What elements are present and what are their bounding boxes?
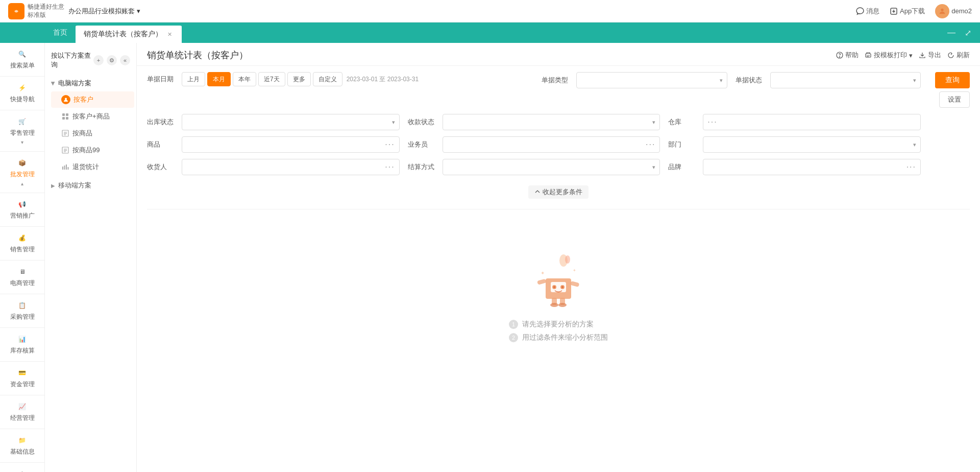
sales-icon: 💰	[17, 233, 28, 243]
scheme-item-return-stats[interactable]: 退货统计	[51, 159, 134, 175]
sidebar: 🔍 搜索菜单 ⚡ 快捷导航 🛒 零售管理 ▾ 📦 批发管理 ▴ 📢 营销推广 💰…	[0, 43, 45, 472]
svg-rect-17	[64, 166, 65, 170]
minimize-button[interactable]: —	[945, 27, 958, 39]
goods-select[interactable]: ···	[182, 136, 400, 153]
sidebar-item-inventory[interactable]: 📊 库存核算	[0, 328, 44, 362]
warehouse-select[interactable]: ···	[703, 114, 921, 130]
scheme-item-by-customer[interactable]: 按客户	[51, 91, 134, 108]
sidebar-item-finance[interactable]: 💳 资金管理	[0, 362, 44, 395]
order-type-arrow: ▾	[720, 77, 723, 84]
brand-select[interactable]: ···	[703, 159, 921, 175]
sidebar-item-retail[interactable]: 🛒 零售管理 ▾	[0, 110, 44, 152]
svg-rect-31	[537, 279, 546, 285]
svg-rect-19	[68, 167, 69, 170]
date-preset-last-month[interactable]: 上月	[182, 72, 205, 86]
date-preset-last7days[interactable]: 近7天	[258, 72, 285, 86]
print-template-button[interactable]: 按模板打印 ▾	[865, 51, 913, 60]
query-button[interactable]: 查询	[935, 72, 970, 88]
desktop-group-arrow: ▶	[51, 81, 56, 85]
svg-rect-18	[66, 164, 67, 170]
date-preset-custom[interactable]: 自定义	[313, 72, 342, 86]
tab-sales-stat[interactable]: 销货单统计表（按客户） ✕	[76, 25, 182, 43]
date-preset-this-year[interactable]: 本年	[233, 72, 256, 86]
wholesale-arrow: ▴	[21, 181, 23, 186]
sidebar-item-quicknav[interactable]: ⚡ 快捷导航	[0, 77, 44, 110]
help-button[interactable]: 帮助	[836, 51, 859, 60]
tab-home[interactable]: 首页	[45, 22, 76, 43]
main-content: 销货单统计表（按客户） 帮助	[137, 43, 980, 472]
svg-rect-5	[66, 113, 68, 116]
scheme-item-by-goods99[interactable]: 按商品99	[51, 142, 134, 158]
out-status-select[interactable]: ▾	[182, 114, 400, 130]
out-status-arrow: ▾	[392, 119, 395, 126]
return-stats-icon	[61, 163, 69, 171]
department-filter: 部门 ▾	[668, 136, 921, 153]
filter-row-2: 出库状态 ▾ 收款状态 ▾ 仓库	[147, 114, 970, 130]
filter-row-4: 收货人 ··· 结算方式 ▾ 品牌	[147, 159, 970, 175]
sidebar-item-basic[interactable]: 📁 基础信息	[0, 429, 44, 463]
collapse-more-area: 收起更多条件	[147, 181, 970, 203]
filter-area: 单据日期 上月 本月 本年 近7天 更多 自定义 2023-03-01 至 20…	[137, 66, 980, 209]
main-layout: 🔍 搜索菜单 ⚡ 快捷导航 🛒 零售管理 ▾ 📦 批发管理 ▴ 📢 营销推广 💰…	[0, 43, 980, 472]
sidebar-item-marketing[interactable]: 📢 营销推广	[0, 193, 44, 227]
collapse-sidebar-button[interactable]: «	[120, 55, 130, 65]
out-status-filter: 出库状态 ▾	[147, 114, 400, 130]
salesperson-select[interactable]: ···	[443, 136, 660, 153]
breadcrumb-select[interactable]: 办公用品行业模拟账套 ▾	[68, 7, 140, 16]
quicknav-icon: ⚡	[17, 83, 28, 93]
sidebar-item-purchase[interactable]: 📋 采购管理	[0, 294, 44, 328]
receipt-status-filter: 收款状态 ▾	[408, 114, 660, 130]
sidebar-item-ecommerce[interactable]: 🖥 电商管理	[0, 261, 44, 294]
sub-sidebar-header: 按以下方案查询 + ⚙ «	[45, 47, 136, 74]
date-presets: 上月 本月 本年 近7天 更多 自定义	[182, 72, 342, 86]
department-arrow: ▾	[913, 141, 916, 148]
messages-button[interactable]: 消息	[856, 7, 879, 16]
sidebar-item-sales[interactable]: 💰 销售管理	[0, 227, 44, 261]
collapse-more-button[interactable]: 收起更多条件	[528, 185, 589, 199]
svg-text:✦: ✦	[541, 270, 545, 276]
maximize-button[interactable]: ⤢	[962, 27, 974, 39]
settlement-select[interactable]: ▾	[443, 159, 660, 175]
order-status-select[interactable]: ▾	[770, 72, 921, 88]
receipt-status-select[interactable]: ▾	[443, 114, 660, 130]
export-button[interactable]: 导出	[919, 51, 941, 60]
desktop-group-header[interactable]: ▶ 电脑端方案	[45, 76, 136, 91]
settings-scheme-button[interactable]: ⚙	[107, 55, 117, 65]
svg-point-2	[941, 8, 944, 11]
user-menu[interactable]: demo2	[935, 4, 972, 18]
retail-arrow: ▾	[21, 139, 23, 145]
empty-state: ✦ ✦ 1 请先选择要分析的方案 2 用过滤条件来缩小分析范围	[137, 209, 980, 383]
add-scheme-button[interactable]: +	[93, 55, 104, 65]
order-type-filter: 单据类型 ▾	[542, 72, 727, 88]
page-container: 销货单统计表（按客户） 帮助	[137, 43, 980, 472]
date-preset-more[interactable]: 更多	[287, 72, 311, 86]
order-type-select[interactable]: ▾	[576, 72, 727, 88]
scheme-item-by-goods[interactable]: 按商品	[51, 125, 134, 141]
settings-button[interactable]: 设置	[939, 91, 970, 108]
tab-bar-right: — ⤢	[945, 27, 980, 39]
sidebar-item-business[interactable]: 📈 经营管理	[0, 395, 44, 429]
by-goods-icon	[61, 129, 69, 137]
title-actions: 帮助 按模板打印 ▾	[836, 51, 970, 60]
date-range-text: 2023-03-01 至 2023-03-31	[347, 75, 419, 84]
header-left: 畅捷通好生意 标准版 办公用品行业模拟账套 ▾	[8, 3, 140, 19]
page-title: 销货单统计表（按客户）	[147, 49, 248, 61]
brand-filter: 品牌 ···	[668, 159, 921, 175]
svg-point-29	[553, 286, 555, 288]
desktop-scheme-items: 按客户 按客户+商品	[45, 91, 136, 175]
date-filter-group: 单据日期 上月 本月 本年 近7天 更多 自定义 2023-03-01 至 20…	[147, 72, 533, 86]
sidebar-item-wholesale[interactable]: 📦 批发管理 ▴	[0, 152, 44, 193]
department-select[interactable]: ▾	[703, 136, 921, 153]
svg-point-30	[561, 286, 564, 288]
tab-close-button[interactable]: ✕	[165, 30, 174, 38]
sidebar-item-system[interactable]: ⚙ 系统管理	[0, 463, 44, 472]
sidebar-item-search[interactable]: 🔍 搜索菜单	[0, 43, 44, 77]
app-download-button[interactable]: App下载	[890, 7, 925, 16]
date-preset-this-month[interactable]: 本月	[207, 72, 231, 86]
inventory-icon: 📊	[17, 334, 28, 344]
scheme-item-by-customer-goods[interactable]: 按客户+商品	[51, 108, 134, 125]
mobile-scheme-group[interactable]: ▶ 移动端方案	[45, 178, 136, 193]
refresh-button[interactable]: 刷新	[947, 51, 970, 60]
sub-sidebar-header-icons: + ⚙ «	[93, 55, 130, 65]
receiver-select[interactable]: ···	[182, 159, 400, 175]
